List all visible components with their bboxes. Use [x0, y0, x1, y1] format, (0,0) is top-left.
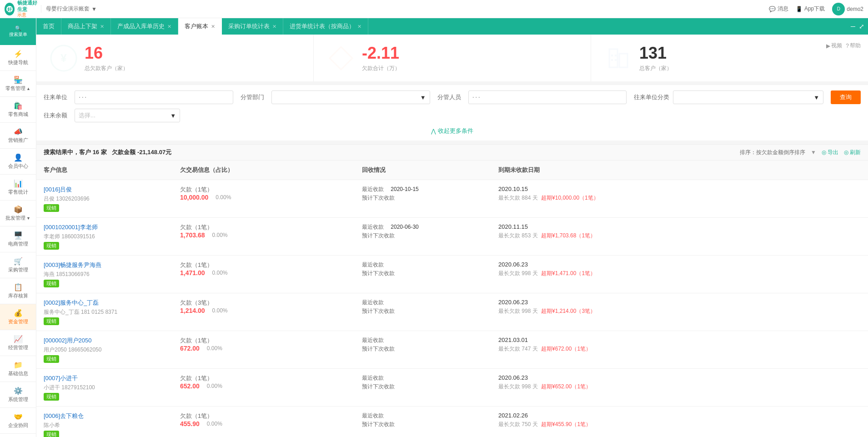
customer-name-link[interactable]: [0003]畅捷服务尹海燕 — [44, 261, 101, 268]
overdue-link[interactable]: 超期¥652.00（1笔） — [541, 383, 591, 390]
tab-product-listing[interactable]: 商品上下架 ✕ — [61, 18, 111, 35]
tab-home[interactable]: 首页 — [36, 18, 61, 35]
customer-contact: 吕俊 13026203696 — [44, 195, 180, 203]
customer-name-link[interactable]: [0001020001]李老师 — [44, 224, 98, 231]
debt-amount: 1,471.00 — [180, 269, 205, 276]
last-payment: 最近收款 2020-10-15 — [362, 186, 498, 193]
customer-name-link[interactable]: [0007]小进干 — [44, 375, 78, 382]
due-date: 2020.06.23 — [498, 299, 861, 306]
help-button[interactable]: ? 帮助 — [846, 42, 861, 50]
debt-info-cell: 欠款（1笔） 1,471.00 0.00% — [180, 260, 362, 277]
svg-rect-8 — [615, 55, 617, 56]
customer-status-badge: 现销 — [44, 280, 59, 287]
sidebar-item-finance[interactable]: 💰 资金管理 — [0, 304, 36, 330]
customer-status-badge: 现销 — [44, 393, 59, 401]
logo-text: 畅捷通好生意 — [17, 0, 41, 12]
overdue-link[interactable]: 超期¥1,703.68（1笔） — [541, 232, 596, 239]
tab-minimize-icon[interactable]: ─ — [851, 23, 855, 30]
video-help-button[interactable]: ▶ 视频 — [826, 42, 842, 50]
customer-name-link[interactable]: [0016]吕俊 — [44, 186, 72, 193]
sidebar-item-retail-stats[interactable]: 📊 零售统计 — [0, 175, 36, 201]
stat-card-debt-customers: ¥ 16 总欠款客户（家） — [36, 35, 314, 81]
stat-label-debt-total: 欠款合计（万） — [362, 65, 400, 72]
due-date: 2020.10.15 — [498, 186, 861, 192]
filter-input-person[interactable]: ··· — [468, 90, 627, 104]
tab-production-history[interactable]: 产成品入库单历史 ✕ — [111, 18, 178, 35]
yuan-circle-icon: ¥ — [50, 45, 77, 72]
debt-count: 欠款（1笔） — [180, 374, 362, 382]
stat-content-debt-total: -2.11 欠款合计（万） — [362, 44, 400, 72]
tab-close-production-history[interactable]: ✕ — [167, 24, 171, 30]
sort-dropdown-icon[interactable]: ▼ — [811, 149, 816, 156]
org-selector[interactable]: 母婴行业演示账套 ▼ — [41, 5, 101, 13]
search-button[interactable]: 查询 — [831, 90, 861, 104]
tab-close-customer-ledger[interactable]: ✕ — [211, 24, 215, 30]
sidebar-item-batch-mgmt[interactable]: 📦 批发管理 ▼ — [0, 201, 36, 226]
customer-info-cell: [000002]用户2050 用户2050 18665062050 现销 — [44, 336, 180, 364]
due-date-cell: 2020.06.23 最长欠款 998 天 超期¥1,471.00（1笔） — [498, 260, 861, 278]
logo-sub: 示意 — [17, 12, 41, 18]
collapse-button[interactable]: ⋀ 收起更多条件 — [44, 127, 861, 135]
sidebar-search[interactable]: 🔍 搜索菜单 — [0, 22, 36, 41]
debt-count: 欠款（3笔） — [180, 299, 362, 307]
user-menu[interactable]: D demo2 — [832, 3, 863, 15]
member-center-icon: 👤 — [14, 153, 23, 162]
overdue-link[interactable]: 超期¥455.90（1笔） — [541, 421, 591, 427]
overdue-link[interactable]: 超期¥1,471.00（1笔） — [541, 270, 596, 276]
sidebar-item-inventory[interactable]: 📋 库存核算 — [0, 278, 36, 304]
next-payment: 预计下次收款 — [362, 194, 498, 202]
filter-row-1: 往来单位 ··· 分管部门 ▼ — [44, 90, 861, 104]
overdue-link[interactable]: 超期¥672.00（1笔） — [541, 346, 591, 352]
refresh-icon: ◎ — [844, 149, 848, 156]
filter-select-category[interactable]: ▼ — [673, 90, 823, 104]
debt-info-cell: 欠款（1笔） 455.90 0.00% — [180, 411, 362, 428]
tab-close-product-listing[interactable]: ✕ — [100, 24, 104, 30]
tab-close-purchase-stats-by-product[interactable]: ✕ — [357, 24, 361, 30]
sidebar-item-quick-nav[interactable]: ⚡ 快捷导航 — [0, 45, 36, 71]
overdue-link[interactable]: 超期¥1,214.00（3笔） — [541, 308, 596, 314]
tab-customer-ledger[interactable]: 客户账本 ✕ — [178, 18, 222, 35]
filter-input-unit[interactable]: ··· — [75, 90, 233, 104]
results-summary: 搜索结果中，客户 16 家 欠款金额 -21,148.07元 — [44, 148, 171, 156]
tab-close-purchase-order-stats[interactable]: ✕ — [272, 24, 276, 30]
sort-selector[interactable]: 排序：按欠款金额倒序排序 — [740, 149, 805, 156]
filter-area: 往来单位 ··· 分管部门 ▼ — [36, 85, 868, 141]
sidebar-item-member-center[interactable]: 👤 会员中心 — [0, 149, 36, 175]
tab-purchase-order-stats[interactable]: 采购订单统计表 ✕ — [222, 18, 283, 35]
sidebar-item-ecommerce[interactable]: 🖥️ 电商管理 — [0, 226, 36, 252]
sidebar-item-new-guide[interactable]: 🆕 新手引导 — [0, 434, 36, 437]
export-button[interactable]: ◎ 导出 — [822, 149, 838, 156]
tab-purchase-stats-by-product[interactable]: 进货单统计表（按商品） ✕ — [283, 18, 368, 35]
debt-count: 欠款（1笔） — [180, 412, 362, 420]
due-date-cell: 2020.06.23 最长欠款 998 天 超期¥1,214.00（3笔） — [498, 298, 861, 316]
sidebar-item-retail-mgmt[interactable]: 🏪 零售管理 ▲ — [0, 71, 36, 97]
customer-name-link[interactable]: [0006]去下粮仓 — [44, 412, 84, 419]
message-button[interactable]: 💬 消息 — [769, 5, 788, 13]
customer-name-link[interactable]: [0002]服务中心_丁磊 — [44, 299, 99, 306]
sidebar-item-retail-mall[interactable]: 🛍️ 零售商城 — [0, 97, 36, 123]
debt-info-cell: 欠款（1笔） 10,000.00 0.00% — [180, 185, 362, 202]
stat-number-total-customers: 131 — [639, 44, 672, 63]
filter-select-balance[interactable]: 选择... ▼ — [75, 109, 180, 122]
col-header-customer-info: 客户信息 — [44, 165, 180, 175]
debt-pct: 0.00% — [207, 383, 222, 389]
app-download-button[interactable]: 📱 App下载 — [796, 5, 825, 13]
col-header-due-date: 到期未收款日期 — [498, 165, 861, 175]
sidebar-item-system-mgmt[interactable]: ⚙️ 系统管理 — [0, 382, 36, 408]
tab-maximize-icon[interactable]: ⤢ — [859, 23, 864, 30]
sidebar-item-purchase-mgmt[interactable]: 🛒 采购管理 — [0, 252, 36, 278]
customer-name-link[interactable]: [000002]用户2050 — [44, 337, 92, 344]
sidebar-item-enterprise-collab[interactable]: 🤝 企业协同 — [0, 408, 36, 434]
due-date: 2021.02.26 — [498, 412, 861, 419]
overdue-info: 最长欠款 750 天 超期¥455.90（1笔） — [498, 421, 861, 428]
debt-info-cell: 欠款（1笔） 652.00 0.00% — [180, 373, 362, 391]
overdue-link[interactable]: 超期¥10,000.00（1笔） — [541, 195, 599, 201]
sidebar-item-basic-info[interactable]: 📁 基础信息 — [0, 356, 36, 382]
filter-select-dept[interactable]: ▼ — [271, 90, 430, 104]
sidebar-item-marketing[interactable]: 📣 营销推广 — [0, 123, 36, 149]
table-header: 客户信息 欠交易信息（占比） 回收情况 到期未收款日期 — [36, 161, 868, 180]
recovery-cell: 最近收款 预计下次收款 — [362, 336, 498, 355]
refresh-button[interactable]: ◎ 刷新 — [844, 149, 861, 156]
sidebar-item-operations[interactable]: 📈 经营管理 — [0, 330, 36, 356]
filter-row-2: 往来余额 选择... ▼ — [44, 109, 861, 122]
